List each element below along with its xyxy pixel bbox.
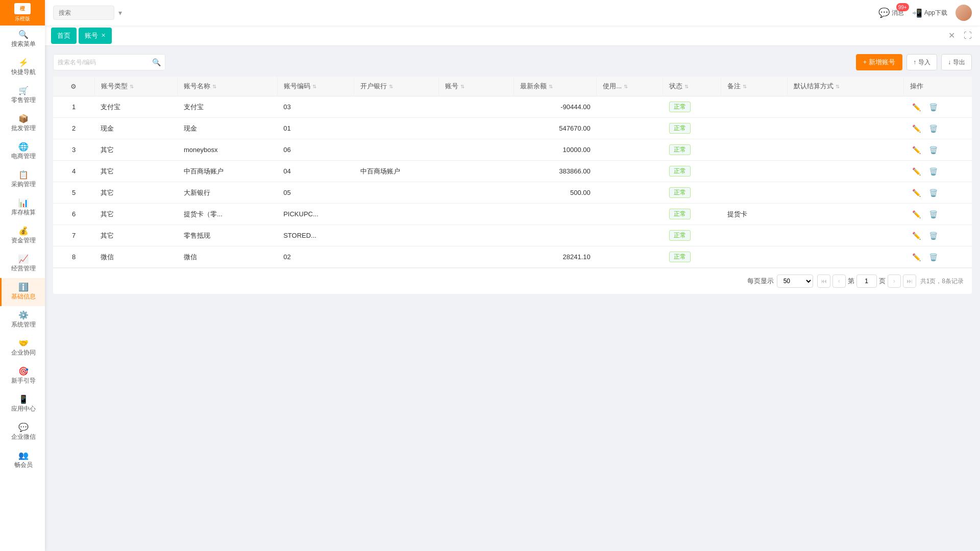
cell-use bbox=[597, 204, 663, 225]
sidebar-item-ecommerce[interactable]: 🌐 电商管理 bbox=[0, 138, 45, 166]
cell-settle bbox=[788, 225, 904, 246]
tab-home-label: 首页 bbox=[57, 31, 70, 40]
tab-close-all-button[interactable]: ✕ bbox=[945, 30, 958, 42]
sort-icon: ⇅ bbox=[836, 84, 840, 89]
sidebar-item-label: 电商管理 bbox=[11, 152, 36, 161]
cell-use bbox=[597, 246, 663, 268]
th-balance-label: 最新余额 bbox=[520, 82, 547, 91]
message-button[interactable]: 💬 消息 99+ bbox=[878, 7, 904, 18]
user-avatar[interactable] bbox=[955, 5, 972, 21]
edit-button[interactable]: ✏️ bbox=[910, 252, 923, 262]
page-prev-button[interactable]: ‹ bbox=[832, 274, 846, 288]
page-next-button[interactable]: › bbox=[888, 274, 901, 288]
cell-account bbox=[439, 118, 513, 139]
sidebar-item-member[interactable]: 👥 畅会员 bbox=[0, 446, 45, 474]
sidebar-item-finance[interactable]: 💰 资金管理 bbox=[0, 222, 45, 250]
app-download-button[interactable]: 📲 App下载 bbox=[912, 8, 947, 18]
import-button[interactable]: ↑ 导入 bbox=[906, 54, 937, 70]
tab-bar: 首页 账号 ✕ ✕ ⛶ bbox=[45, 26, 980, 46]
th-status[interactable]: 状态⇅ bbox=[663, 77, 721, 96]
logo-text: 乐橙版 bbox=[15, 15, 30, 22]
th-account[interactable]: 账号⇅ bbox=[439, 77, 513, 96]
delete-button[interactable]: 🗑️ bbox=[927, 123, 940, 134]
delete-button[interactable]: 🗑️ bbox=[927, 188, 940, 198]
edit-button[interactable]: ✏️ bbox=[910, 188, 923, 198]
th-remark[interactable]: 备注⇅ bbox=[721, 77, 788, 96]
page-last-button[interactable]: ⏭ bbox=[903, 274, 916, 288]
header-search-input[interactable] bbox=[53, 6, 114, 20]
th-bank[interactable]: 开户银行⇅ bbox=[354, 77, 439, 96]
th-code-label: 账号编码 bbox=[284, 82, 310, 91]
sidebar-item-enterprise-wx[interactable]: 💬 企业微信 bbox=[0, 418, 45, 446]
th-gear[interactable]: ⚙ bbox=[53, 77, 94, 96]
th-settle[interactable]: 默认结算方式⇅ bbox=[788, 77, 904, 96]
header-chevron-icon[interactable]: ▾ bbox=[118, 9, 122, 17]
toolbar: 🔍 + 新增账号 ↑ 导入 ↓ 导出 bbox=[53, 54, 972, 70]
cell-bank bbox=[354, 204, 439, 225]
status-badge: 正常 bbox=[669, 102, 691, 112]
delete-button[interactable]: 🗑️ bbox=[927, 166, 940, 177]
header-right: 💬 消息 99+ 📲 App下载 bbox=[878, 5, 972, 21]
sidebar-item-guide[interactable]: 🎯 新手引导 bbox=[0, 362, 45, 390]
cell-status: 正常 bbox=[663, 204, 721, 225]
cell-type: 其它 bbox=[94, 182, 178, 204]
th-use[interactable]: 使用...⇅ bbox=[597, 77, 663, 96]
add-account-button[interactable]: + 新增账号 bbox=[856, 54, 902, 70]
sort-icon: ⇅ bbox=[624, 84, 628, 89]
status-badge: 正常 bbox=[669, 166, 691, 177]
tab-expand-button[interactable]: ⛶ bbox=[962, 30, 974, 42]
cell-no: 4 bbox=[53, 161, 94, 182]
tab-close-icon[interactable]: ✕ bbox=[101, 33, 106, 38]
th-name[interactable]: 账号名称⇅ bbox=[178, 77, 277, 96]
content-area: 🔍 + 新增账号 ↑ 导入 ↓ 导出 bbox=[45, 46, 980, 551]
cell-account bbox=[439, 246, 513, 268]
cell-settle bbox=[788, 96, 904, 118]
sidebar-item-retail[interactable]: 🛒 零售管理 bbox=[0, 82, 45, 110]
sidebar-item-basic[interactable]: ℹ️ 基础信息 bbox=[0, 278, 45, 306]
export-button[interactable]: ↓ 导出 bbox=[941, 54, 972, 70]
delete-button[interactable]: 🗑️ bbox=[927, 252, 940, 262]
cell-type: 其它 bbox=[94, 204, 178, 225]
table-row: 8 微信 微信 02 28241.10 正常 ✏️ 🗑️ bbox=[53, 246, 972, 268]
th-code[interactable]: 账号编码⇅ bbox=[277, 77, 354, 96]
sidebar-item-system[interactable]: ⚙️ 系统管理 bbox=[0, 306, 45, 334]
th-actions: 操作 bbox=[904, 77, 972, 96]
edit-button[interactable]: ✏️ bbox=[910, 145, 923, 155]
sidebar-item-label: 企业协同 bbox=[11, 348, 36, 357]
sidebar-item-enterprise[interactable]: 🤝 企业协同 bbox=[0, 334, 45, 362]
edit-button[interactable]: ✏️ bbox=[910, 209, 923, 219]
sidebar-item-purchase[interactable]: 📋 采购管理 bbox=[0, 166, 45, 194]
sidebar-item-operation[interactable]: 📈 经营管理 bbox=[0, 250, 45, 278]
sidebar-item-inventory[interactable]: 📊 库存核算 bbox=[0, 194, 45, 222]
search-icon[interactable]: 🔍 bbox=[152, 58, 161, 66]
status-badge: 正常 bbox=[669, 209, 691, 219]
cell-balance: 383866.00 bbox=[513, 161, 597, 182]
tab-account[interactable]: 账号 ✕ bbox=[79, 28, 112, 44]
sidebar-item-quick-nav[interactable]: ⚡ 快捷导航 bbox=[0, 54, 45, 82]
delete-button[interactable]: 🗑️ bbox=[927, 209, 940, 219]
edit-button[interactable]: ✏️ bbox=[910, 166, 923, 177]
edit-button[interactable]: ✏️ bbox=[910, 123, 923, 134]
sort-icon: ⇅ bbox=[549, 84, 553, 89]
sidebar-item-wholesale[interactable]: 📦 批发管理 bbox=[0, 110, 45, 138]
sidebar-item-search-menu[interactable]: 🔍 搜索菜单 bbox=[0, 26, 45, 54]
delete-button[interactable]: 🗑️ bbox=[927, 231, 940, 241]
search-input[interactable] bbox=[58, 59, 152, 66]
delete-button[interactable]: 🗑️ bbox=[927, 145, 940, 155]
cell-remark bbox=[721, 139, 788, 161]
th-balance[interactable]: 最新余额⇅ bbox=[513, 77, 597, 96]
th-type[interactable]: 账号类型⇅ bbox=[94, 77, 178, 96]
delete-button[interactable]: 🗑️ bbox=[927, 102, 940, 112]
cell-actions: ✏️ 🗑️ bbox=[904, 139, 972, 161]
sidebar-item-app-center[interactable]: 📱 应用中心 bbox=[0, 390, 45, 418]
page-number-input[interactable] bbox=[856, 274, 877, 288]
edit-button[interactable]: ✏️ bbox=[910, 231, 923, 241]
tab-home[interactable]: 首页 bbox=[51, 28, 77, 44]
cell-name: 提货卡（零... bbox=[178, 204, 277, 225]
page-first-button[interactable]: ⏮ bbox=[817, 274, 830, 288]
edit-button[interactable]: ✏️ bbox=[910, 102, 923, 112]
cell-status: 正常 bbox=[663, 161, 721, 182]
quick-nav-icon: ⚡ bbox=[18, 59, 29, 67]
page-size-select[interactable]: 50 100 200 bbox=[777, 274, 813, 288]
cell-type: 支付宝 bbox=[94, 96, 178, 118]
